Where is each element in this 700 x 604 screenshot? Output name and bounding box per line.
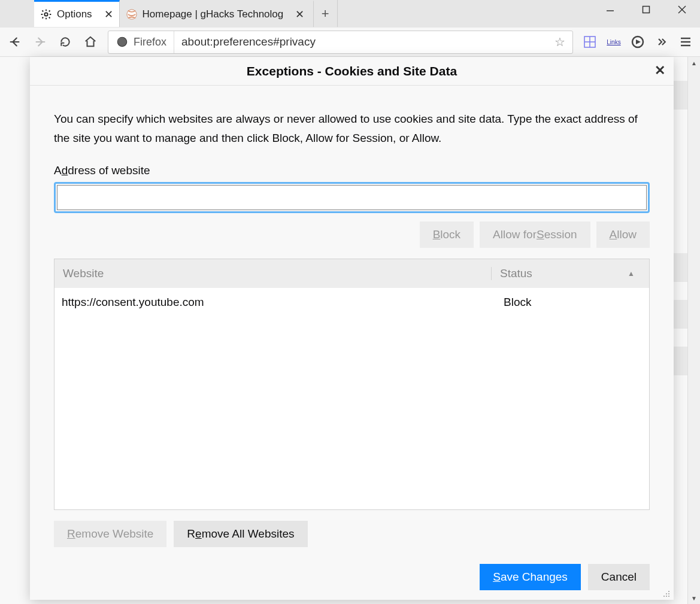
tab-label: Homepage | gHacks Technolog	[143, 8, 284, 20]
exceptions-table: Website Status▲ https://consent.youtube.…	[54, 259, 650, 510]
new-tab-button[interactable]: +	[314, 0, 338, 27]
play-icon[interactable]	[627, 31, 649, 53]
scroll-down-arrow[interactable]: ▼	[688, 592, 700, 604]
back-button[interactable]	[4, 31, 26, 53]
svg-marker-11	[636, 40, 641, 44]
tabs: Options ✕ Homepage | gHacks Technolog ✕ …	[0, 0, 592, 28]
panel-icon[interactable]	[579, 31, 601, 53]
svg-point-0	[44, 13, 47, 16]
site-icon	[126, 8, 138, 20]
menu-icon[interactable]	[675, 31, 696, 53]
svg-point-20	[668, 596, 669, 597]
reload-button[interactable]	[54, 31, 77, 53]
minimize-button[interactable]	[592, 0, 628, 19]
save-changes-button[interactable]: Save Changes	[480, 564, 581, 590]
bookmark-star-icon[interactable]: ☆	[547, 35, 572, 49]
tab-ghacks[interactable]: Homepage | gHacks Technolog ✕	[120, 0, 314, 27]
identity-label: Firefox	[134, 36, 166, 48]
cell-website: https://consent.youtube.com	[54, 296, 492, 309]
url-bar[interactable]: Firefox about:preferences#privacy ☆	[108, 31, 573, 54]
allow-session-button[interactable]: Allow for Session	[480, 221, 590, 248]
gear-icon	[40, 8, 52, 20]
allow-button[interactable]: Allow	[596, 221, 650, 248]
permission-buttons: Block Allow for Session Allow	[54, 221, 650, 248]
home-button[interactable]	[79, 31, 102, 53]
close-window-button[interactable]	[664, 0, 700, 19]
forward-button[interactable]	[29, 31, 51, 53]
cell-status: Block	[492, 296, 649, 309]
svg-point-16	[666, 593, 667, 594]
column-website[interactable]: Website	[54, 267, 492, 280]
dialog-header: Exceptions - Cookies and Site Data ✕	[30, 57, 674, 86]
links-icon[interactable]: Links	[603, 31, 625, 53]
title-bar: Options ✕ Homepage | gHacks Technolog ✕ …	[0, 0, 700, 28]
scrollbar-vertical[interactable]: ▲ ▼	[687, 57, 700, 604]
resize-grip-icon[interactable]	[662, 589, 670, 597]
exceptions-dialog: Exceptions - Cookies and Site Data ✕ You…	[30, 57, 674, 600]
tab-close-icon[interactable]: ✕	[104, 8, 113, 21]
firefox-icon	[116, 35, 129, 48]
block-button[interactable]: Block	[420, 221, 474, 248]
dialog-close-icon[interactable]: ✕	[654, 63, 665, 78]
background-controls	[672, 81, 687, 393]
overflow-icon[interactable]	[651, 31, 672, 53]
svg-point-17	[668, 593, 669, 594]
dialog-description: You can specify which websites are alway…	[54, 110, 650, 148]
svg-point-19	[666, 596, 667, 597]
svg-rect-3	[643, 7, 650, 13]
tab-options[interactable]: Options ✕	[34, 0, 120, 27]
column-status[interactable]: Status▲	[492, 267, 649, 280]
address-input[interactable]	[57, 185, 647, 210]
dialog-title: Exceptions - Cookies and Site Data	[247, 64, 457, 78]
nav-bar: Firefox about:preferences#privacy ☆ Link…	[0, 28, 700, 57]
sort-arrow-icon: ▲	[628, 269, 635, 278]
maximize-button[interactable]	[628, 0, 664, 19]
tab-close-icon[interactable]: ✕	[295, 8, 304, 21]
scroll-up-arrow[interactable]: ▲	[688, 57, 700, 69]
remove-website-button[interactable]: Remove Website	[54, 521, 166, 547]
remove-all-button[interactable]: Remove All Websites	[174, 521, 307, 547]
tab-label: Options	[57, 8, 92, 20]
window-controls	[592, 0, 700, 28]
svg-point-15	[668, 591, 669, 592]
svg-point-18	[663, 596, 665, 597]
url-text[interactable]: about:preferences#privacy	[174, 35, 547, 48]
table-header: Website Status▲	[54, 259, 649, 288]
address-label: Address of website	[54, 164, 650, 177]
identity-box[interactable]: Firefox	[108, 31, 174, 53]
cancel-button[interactable]: Cancel	[588, 564, 650, 590]
table-row[interactable]: https://consent.youtube.comBlock	[54, 288, 649, 317]
